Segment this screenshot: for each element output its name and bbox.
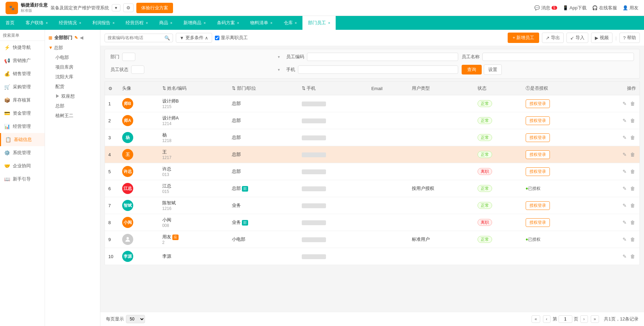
tab-employee-close[interactable]: ×: [328, 21, 330, 25]
tab-employee[interactable]: 部门员工 ×: [302, 16, 336, 30]
search-input[interactable]: [108, 35, 163, 40]
sidebar-item-manage[interactable]: 📊 经营管理: [0, 120, 45, 133]
edit-icon[interactable]: ✎: [623, 203, 627, 208]
sidebar-item-inventory[interactable]: 📦 库存核算: [0, 94, 45, 107]
app-download-btn[interactable]: 📱 App下载: [563, 5, 587, 11]
delete-icon[interactable]: 🗑: [630, 118, 635, 123]
dept-select[interactable]: [122, 53, 135, 61]
tab-warehouse-close[interactable]: ×: [295, 21, 297, 25]
more-filter-btn[interactable]: ▼ 更多条件 ∧: [176, 33, 212, 43]
edit-icon[interactable]: ✎: [623, 135, 627, 140]
tab-history[interactable]: 经营历程 ×: [120, 16, 153, 30]
sidebar-item-collab[interactable]: 🤝 企业协同: [0, 159, 45, 173]
dept-item-project[interactable]: 项目库房: [45, 62, 100, 72]
sidebar-item-system[interactable]: ⚙️ 系统管理: [0, 146, 45, 159]
auth-btn[interactable]: 授权登录: [526, 218, 550, 227]
tab-barcode[interactable]: 条码方案 ×: [211, 16, 245, 30]
sidebar-item-sales[interactable]: 💰 销售管理: [0, 67, 45, 80]
auth-btn[interactable]: 授权登录: [526, 116, 550, 125]
auth-btn[interactable]: 授权登录: [526, 133, 550, 142]
settings-btn[interactable]: ⚙: [123, 3, 134, 12]
first-page-btn[interactable]: «: [532, 315, 540, 323]
edit-icon[interactable]: ✎: [623, 254, 627, 259]
col-settings[interactable]: ⚙: [105, 82, 119, 95]
col-phone[interactable]: ⇅ 手机: [298, 82, 368, 95]
delete-icon[interactable]: 🗑: [630, 101, 635, 106]
delete-icon[interactable]: 🗑: [630, 186, 635, 191]
reset-btn[interactable]: 设置: [484, 64, 502, 75]
query-btn[interactable]: 查询: [462, 65, 482, 74]
message-btn[interactable]: 💬 消息 5: [534, 5, 557, 11]
edit-icon[interactable]: ✎: [623, 237, 627, 242]
tab-customer-close[interactable]: ×: [46, 21, 48, 25]
per-page-select[interactable]: 50 100: [126, 315, 145, 323]
auth-btn[interactable]: 授权登录: [526, 99, 550, 108]
show-inactive-label[interactable]: 显示离职员工: [215, 35, 248, 41]
last-page-btn[interactable]: »: [591, 315, 599, 323]
tab-home[interactable]: 首页: [0, 16, 20, 30]
sidebar-search-input[interactable]: [3, 33, 45, 38]
tab-product-close[interactable]: ×: [170, 21, 172, 25]
dept-item-distribution[interactable]: 配货: [45, 82, 100, 91]
tab-warehouse[interactable]: 仓库 ×: [278, 16, 302, 30]
delete-icon[interactable]: 🗑: [630, 254, 635, 259]
add-employee-btn[interactable]: + 新增员工: [508, 33, 539, 43]
edit-icon[interactable]: ✎: [623, 169, 627, 174]
delete-icon[interactable]: 🗑: [630, 237, 635, 242]
auth-btn[interactable]: 授权登录: [526, 201, 550, 210]
status-select[interactable]: [131, 65, 144, 74]
tab-product[interactable]: 商品 ×: [154, 16, 178, 30]
delete-icon[interactable]: 🗑: [630, 203, 635, 208]
dept-item-general2[interactable]: 总部: [45, 101, 100, 111]
emp-code-input[interactable]: [307, 53, 459, 61]
tab-new-product-close[interactable]: ×: [203, 21, 206, 25]
tab-barcode-close[interactable]: ×: [237, 21, 239, 25]
tab-profit[interactable]: 利润报告 ×: [87, 16, 120, 30]
edit-icon[interactable]: ✎: [623, 220, 627, 225]
online-support-btn[interactable]: 🎧 在线客服: [592, 5, 617, 11]
delete-icon[interactable]: 🗑: [630, 220, 635, 225]
sidebar-item-quicknav[interactable]: ⚡ 快捷导航: [0, 41, 45, 54]
tab-new-product[interactable]: 新增商品 ×: [178, 16, 211, 30]
prev-page-btn[interactable]: ‹: [543, 315, 551, 323]
sidebar-item-guide[interactable]: 📖 新手引导: [0, 173, 45, 186]
edit-icon[interactable]: ✎: [623, 186, 627, 191]
sidebar-item-marketing[interactable]: 📢 营销推广: [0, 54, 45, 67]
dept-item-xiaodibu[interactable]: 小电部: [45, 53, 100, 62]
sidebar-item-finance[interactable]: 💳 资金管理: [0, 107, 45, 120]
trial-btn[interactable]: 体验行业方案: [136, 3, 173, 13]
page-input[interactable]: [559, 315, 572, 323]
emp-name-input[interactable]: [482, 53, 634, 61]
tab-operation-close[interactable]: ×: [79, 21, 81, 25]
delete-icon[interactable]: 🗑: [630, 169, 635, 174]
auth-btn[interactable]: 授权登录: [526, 150, 550, 159]
video-btn[interactable]: ▶ 视频: [591, 33, 613, 43]
collapse-dept-icon[interactable]: ◀: [80, 35, 83, 40]
sys-dropdown-btn[interactable]: ▾: [112, 4, 120, 11]
dept-item-general[interactable]: ▼ 总部: [45, 43, 100, 53]
auth-btn[interactable]: 授权登录: [526, 167, 550, 176]
delete-icon[interactable]: 🗑: [630, 152, 635, 157]
edit-icon[interactable]: ✎: [623, 118, 627, 123]
import-btn[interactable]: ↙ 导入: [566, 33, 588, 43]
user-menu[interactable]: 👤 用友: [623, 5, 638, 11]
col-name[interactable]: ⇅ 姓名/编码: [159, 82, 229, 95]
help-btn[interactable]: ? 帮助: [619, 33, 640, 43]
export-btn[interactable]: ↗ 导出: [542, 33, 564, 43]
sidebar-item-purchase[interactable]: 🛒 采购管理: [0, 80, 45, 94]
dept-item-shenyang[interactable]: 沈阳大库: [45, 72, 100, 82]
show-inactive-checkbox[interactable]: [215, 36, 219, 40]
delete-icon[interactable]: 🗑: [630, 135, 635, 140]
edit-icon[interactable]: ✎: [623, 101, 627, 106]
dept-item-shuangzuo[interactable]: ▶ 双座想: [45, 91, 100, 101]
tab-customer[interactable]: 客户联络 ×: [20, 16, 53, 30]
tab-bom[interactable]: 物料清单 ×: [245, 16, 278, 30]
edit-icon[interactable]: ✎: [623, 152, 627, 157]
dept-item-zhishu[interactable]: 植树王二: [45, 111, 100, 121]
phone-input[interactable]: [298, 65, 459, 74]
tab-operation[interactable]: 经营情况 ×: [53, 16, 87, 30]
tab-profit-close[interactable]: ×: [112, 21, 115, 25]
edit-dept-icon[interactable]: ✎: [74, 35, 78, 40]
next-page-btn[interactable]: ›: [580, 315, 588, 323]
sidebar-item-basic[interactable]: 📋 基础信息: [0, 133, 45, 146]
